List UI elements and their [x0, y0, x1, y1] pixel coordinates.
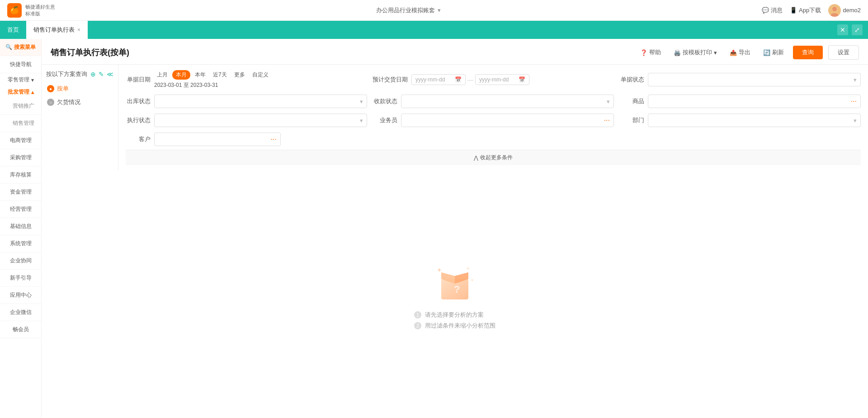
- filter-sidebar-header: 按以下方案查询 ⊕ ✎ ≪: [42, 70, 118, 82]
- dept-control: ▾: [648, 114, 861, 127]
- sidebar-item-marketing[interactable]: 营销推广: [0, 98, 41, 115]
- tab-home[interactable]: 首页: [0, 21, 26, 39]
- date-label: 单据日期: [126, 76, 151, 84]
- settings-btn[interactable]: 设置: [828, 45, 859, 60]
- goods-select[interactable]: ···: [648, 95, 861, 108]
- customer-select[interactable]: ···: [154, 133, 281, 146]
- collapse-icon: ⋀: [474, 155, 478, 161]
- app-icon: 📱: [790, 7, 797, 14]
- collapse-btn[interactable]: ⋀ 收起更多条件: [126, 150, 861, 165]
- svg-text:✦: ✦: [466, 266, 470, 271]
- filter-item-receive-status: 收款状态 ▾: [373, 95, 614, 108]
- filter-item-dept: 部门 ▾: [619, 114, 861, 127]
- date-tab-this-year[interactable]: 本年: [192, 70, 208, 80]
- estimated-date-to[interactable]: yyyy-mm-dd 📅: [475, 74, 529, 85]
- sidebar-item-weixin[interactable]: 企业微信: [0, 304, 41, 321]
- filter-item-exec-status: 执行状态 ▾: [126, 114, 367, 127]
- message-icon: 💬: [762, 7, 769, 14]
- sidebar-item-operations[interactable]: 经营管理: [0, 201, 41, 218]
- sidebar-item-wholesale[interactable]: 批发管理 ▴: [0, 86, 41, 98]
- salesman-dots[interactable]: ···: [604, 116, 610, 124]
- main-layout: 🔍 搜索菜单 快捷导航 零售管理 ▾ 批发管理 ▴ 营销推广 销售管理 电商管理…: [0, 39, 868, 418]
- help-btn[interactable]: ❓ 帮助: [637, 47, 665, 58]
- export-btn[interactable]: 📤 导出: [726, 47, 754, 58]
- sidebar-item-enterprise[interactable]: 企业协同: [0, 252, 41, 270]
- add-plan-icon[interactable]: ⊕: [90, 71, 96, 78]
- tip-num-1: 1: [414, 311, 421, 318]
- empty-tips: 1 请先选择要分析的方案 2 用过滤条件来缩小分析范围: [414, 311, 495, 330]
- page-title: 销售订单执行表(按单): [51, 47, 129, 58]
- goods-dots[interactable]: ···: [851, 97, 857, 105]
- filter-row-4: 客户 ···: [126, 133, 861, 146]
- date-range-separator: —: [467, 76, 473, 83]
- filter-row-3: 执行状态 ▾ 业务员: [126, 114, 861, 127]
- refresh-btn[interactable]: 🔄 刷新: [760, 47, 788, 58]
- filter-item-salesman: 业务员 ···: [373, 114, 614, 127]
- top-bar: 🍊 畅捷通好生意 标准版 办公用品行业模拟账套 ▾ 💬 消息 📱 App下载 d…: [0, 0, 868, 21]
- date-tab-more[interactable]: 更多: [231, 70, 248, 80]
- svg-text:?: ?: [454, 284, 460, 295]
- sidebar-item-newuser[interactable]: 新手引导: [0, 270, 41, 287]
- sidebar-item-ecommerce[interactable]: 电商管理: [0, 132, 41, 149]
- app-download-btn[interactable]: 📱 App下载: [790, 6, 821, 14]
- out-status-select[interactable]: ▾: [154, 95, 367, 108]
- tab-active[interactable]: 销售订单执行表 ×: [26, 21, 88, 39]
- customer-control: ···: [154, 133, 281, 146]
- help-icon: ❓: [640, 49, 647, 56]
- logo-icon: 🍊: [7, 3, 22, 18]
- filter-item-date: 单据日期 上月 本月 本年 近7天 更多 自定义: [126, 70, 367, 89]
- filter-plan-item-order[interactable]: ● 按单: [42, 82, 118, 95]
- svg-text:✦: ✦: [437, 266, 442, 274]
- sidebar-item-member[interactable]: 畅会员: [0, 321, 41, 338]
- salesman-control: ···: [401, 114, 614, 127]
- user-menu[interactable]: demo2: [828, 4, 861, 17]
- sidebar-item-purchase[interactable]: 采购管理: [0, 149, 41, 166]
- exec-status-select[interactable]: ▾: [154, 114, 367, 127]
- tab-expand-btn[interactable]: ⤢: [852, 24, 863, 35]
- sidebar-search[interactable]: 🔍 搜索菜单: [0, 39, 41, 56]
- sidebar-quick-nav[interactable]: 快捷导航: [0, 56, 41, 73]
- print-btn[interactable]: 🖨️ 按模板打印 ▾: [670, 47, 721, 58]
- top-bar-right: 💬 消息 📱 App下载 demo2: [762, 4, 861, 17]
- date-tab-7days[interactable]: 近7天: [210, 70, 230, 80]
- query-btn[interactable]: 查询: [793, 46, 823, 59]
- tab-close-all-btn[interactable]: ✕: [837, 24, 848, 35]
- collapse-plan-icon[interactable]: ≪: [107, 71, 113, 78]
- sidebar-item-retail[interactable]: 零售管理 ▾: [0, 73, 41, 86]
- estimated-date-from[interactable]: yyyy-mm-dd 📅: [411, 74, 466, 85]
- center-arrow-icon[interactable]: ▾: [438, 7, 441, 14]
- page-header: 销售订单执行表(按单) ❓ 帮助 🖨️ 按模板打印 ▾ 📤 导出 🔄 刷新: [42, 39, 868, 65]
- filter-item-goods: 商品 ···: [619, 95, 861, 108]
- tab-close-btn[interactable]: ×: [77, 27, 80, 33]
- calendar-icon: 📅: [455, 76, 462, 83]
- filter-item-out-status: 出库状态 ▾: [126, 95, 367, 108]
- sidebar-item-inventory[interactable]: 库存核算: [0, 166, 41, 184]
- edit-plan-icon[interactable]: ✎: [99, 71, 104, 78]
- tab-bar-actions: ✕ ⤢: [837, 24, 868, 35]
- out-status-arrow: ▾: [360, 98, 363, 105]
- sidebar-item-finance[interactable]: 资金管理: [0, 184, 41, 201]
- doc-status-label: 单据状态: [619, 76, 644, 84]
- sidebar-item-sales[interactable]: 销售管理: [0, 115, 41, 132]
- filter-item-doc-status: 单据状态 ▾: [619, 70, 861, 89]
- salesman-select[interactable]: ···: [401, 114, 614, 127]
- goods-control: ···: [648, 95, 861, 108]
- dept-select[interactable]: ▾: [648, 114, 861, 127]
- salesman-label: 业务员: [373, 116, 397, 124]
- sidebar-item-apps[interactable]: 应用中心: [0, 287, 41, 304]
- receive-status-select[interactable]: ▾: [401, 95, 614, 108]
- logo-area: 🍊 畅捷通好生意 标准版: [7, 3, 55, 18]
- date-tab-custom[interactable]: 自定义: [250, 70, 271, 80]
- date-control: 上月 本月 本年 近7天 更多 自定义 2023-03-01 至 2023-03…: [154, 70, 367, 89]
- message-btn[interactable]: 💬 消息: [762, 6, 783, 14]
- chevron-icon: ▾: [31, 77, 34, 83]
- date-tab-last-month[interactable]: 上月: [154, 70, 170, 80]
- sidebar-item-system[interactable]: 系统管理: [0, 235, 41, 252]
- doc-status-select[interactable]: ▾: [648, 73, 861, 86]
- customer-dots[interactable]: ···: [271, 135, 277, 143]
- sidebar-item-basic[interactable]: 基础信息: [0, 218, 41, 235]
- calendar-icon-2: 📅: [519, 76, 525, 83]
- filter-plan-item-shortage[interactable]: ○ 欠货情况: [42, 95, 118, 109]
- date-tab-this-month[interactable]: 本月: [172, 70, 190, 80]
- print-icon: 🖨️: [674, 49, 681, 56]
